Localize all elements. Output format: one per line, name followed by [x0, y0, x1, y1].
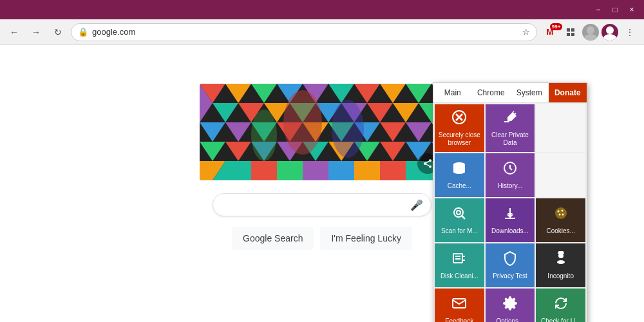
svg-point-63	[424, 162, 426, 165]
svg-point-64	[429, 166, 431, 168]
minimize-button[interactable]: −	[591, 3, 605, 17]
privacy-test-label: Privacy Test	[493, 272, 527, 280]
doodle-image	[200, 84, 444, 180]
panel-grid: Securely close browser Clear Private Dat…	[433, 103, 587, 322]
refresh-button[interactable]: ↻	[49, 23, 67, 41]
svg-point-62	[429, 159, 431, 162]
panel-item-options[interactable]: Options...	[486, 289, 535, 322]
panel-item-secure-close[interactable]: Securely close browser	[435, 104, 484, 152]
svg-point-87	[558, 253, 564, 258]
svg-rect-3	[571, 33, 574, 36]
feedback-label: Feedback	[445, 317, 473, 322]
user-avatar[interactable]	[582, 24, 599, 41]
disk-clean-icon	[451, 251, 467, 270]
forward-button[interactable]: →	[27, 23, 45, 41]
clear-private-label: Clear Private Data	[488, 131, 533, 147]
feeling-lucky-button[interactable]: I'm Feeling Lucky	[320, 227, 412, 250]
gmail-icon-btn[interactable]: M 99+	[541, 23, 559, 41]
svg-rect-85	[455, 256, 460, 257]
svg-line-66	[426, 161, 430, 163]
scan-icon	[451, 205, 467, 225]
svg-rect-90	[558, 251, 564, 253]
google-search-button[interactable]: Google Search	[232, 227, 314, 250]
svg-point-61	[251, 109, 277, 161]
check-updates-label: Check for U...	[541, 317, 580, 322]
svg-marker-55	[354, 161, 380, 180]
svg-marker-51	[251, 161, 277, 180]
svg-marker-54	[328, 161, 354, 180]
toolbar-right: M 99+ ⋮	[541, 23, 639, 41]
options-label: Options...	[497, 317, 524, 322]
address-text: google.com	[92, 27, 518, 37]
close-button[interactable]: ×	[625, 3, 639, 17]
address-bar[interactable]: 🔒 google.com ☆	[71, 23, 537, 41]
downloads-label: Downloads...	[491, 227, 529, 235]
downloads-icon	[502, 205, 518, 225]
browser-frame: − □ × ← → ↻ 🔒 google.com ☆ M 99+	[0, 0, 644, 322]
svg-point-80	[558, 214, 560, 216]
svg-rect-86	[455, 258, 460, 260]
svg-rect-0	[567, 28, 570, 32]
svg-point-77	[555, 207, 567, 219]
disk-clean-label: Disk Cleani...	[440, 272, 478, 280]
secure-close-icon	[451, 109, 467, 129]
star-icon[interactable]: ☆	[522, 27, 530, 37]
microphone-icon[interactable]: 🎤	[410, 199, 423, 211]
svg-line-74	[462, 216, 465, 219]
search-box[interactable]: 🎤	[213, 193, 431, 216]
dropdown-panel: Main Chrome System Donate Securely close	[433, 82, 587, 322]
svg-point-59	[283, 90, 322, 155]
panel-item-disk-clean[interactable]: Disk Cleani...	[435, 243, 484, 287]
incognito-icon	[553, 251, 569, 270]
panel-item-privacy-test[interactable]: Privacy Test	[486, 243, 535, 287]
svg-point-60	[332, 100, 364, 158]
panel-item-feedback[interactable]: Feedback	[435, 289, 484, 322]
svg-point-81	[562, 214, 564, 216]
svg-point-5	[584, 34, 597, 41]
search-input[interactable]	[221, 200, 405, 210]
profile-icon[interactable]	[601, 24, 618, 41]
svg-point-88	[557, 260, 565, 264]
clear-private-icon	[502, 109, 518, 129]
back-button[interactable]: ←	[5, 23, 23, 41]
panel-item-history[interactable]: History...	[486, 153, 535, 197]
extensions-icon[interactable]	[562, 23, 580, 41]
page-content: 🎤 Google Search I'm Feeling Lucky Main C…	[0, 45, 644, 322]
feedback-icon	[451, 296, 467, 315]
options-icon	[502, 296, 518, 315]
cookies-icon	[553, 205, 569, 225]
svg-point-7	[603, 34, 616, 41]
panel-item-cache[interactable]: Cache...	[435, 153, 484, 197]
maximize-button[interactable]: □	[608, 3, 622, 17]
panel-item-incognito[interactable]: Incognito	[536, 243, 585, 287]
menu-icon[interactable]: ⋮	[621, 23, 639, 41]
svg-point-4	[587, 26, 594, 34]
search-area: 🎤 Google Search I'm Feeling Lucky	[213, 193, 431, 250]
privacy-test-icon	[502, 251, 518, 270]
panel-item-check-updates[interactable]: Check for U...	[536, 289, 585, 322]
panel-tabs: Main Chrome System Donate	[433, 83, 587, 103]
svg-point-79	[561, 210, 563, 212]
svg-point-78	[557, 211, 559, 213]
panel-item-downloads[interactable]: Downloads...	[486, 198, 535, 242]
title-bar: − □ ×	[0, 0, 644, 19]
panel-item-scan[interactable]: Scan for M...	[435, 198, 484, 242]
incognito-label: Incognito	[547, 272, 574, 280]
tab-donate[interactable]: Donate	[549, 83, 587, 102]
tab-system[interactable]: System	[510, 83, 549, 102]
svg-marker-52	[277, 161, 303, 180]
tab-main[interactable]: Main	[433, 83, 472, 102]
svg-point-6	[606, 26, 614, 34]
panel-item-cookies[interactable]: Cookies...	[536, 198, 585, 242]
panel-item-clear-private[interactable]: Clear Private Data	[486, 104, 535, 152]
history-label: History...	[498, 182, 523, 190]
svg-point-72	[454, 208, 463, 217]
cache-icon	[451, 160, 467, 180]
tab-chrome[interactable]: Chrome	[472, 83, 511, 102]
lock-icon: 🔒	[78, 27, 88, 37]
cookies-label: Cookies...	[546, 227, 574, 235]
svg-rect-2	[567, 33, 570, 36]
svg-rect-1	[571, 28, 574, 32]
scan-label: Scan for M...	[441, 227, 478, 235]
check-updates-icon	[553, 296, 569, 315]
